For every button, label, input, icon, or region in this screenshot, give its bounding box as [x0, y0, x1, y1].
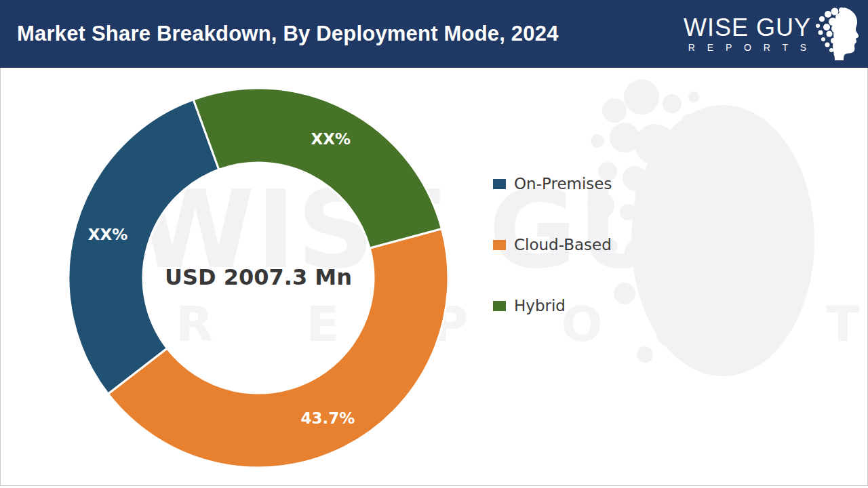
legend-swatch-on-premises — [493, 179, 506, 189]
slice-percentage-label: 43.7% — [301, 409, 355, 427]
legend-label-on-premises: On-Premises — [514, 175, 612, 192]
page-title: Market Share Breakdown, By Deployment Mo… — [0, 22, 559, 46]
header-bar: Market Share Breakdown, By Deployment Mo… — [0, 0, 868, 68]
legend-label-hybrid: Hybrid — [514, 297, 566, 314]
donut-slice-hybrid — [193, 88, 441, 248]
logo-wordmark-sub: R E P O R T S — [684, 42, 811, 53]
slice-percentage-label: XX% — [311, 130, 351, 148]
donut-slice-on-premises — [68, 100, 219, 394]
donut-chart: XX%43.7%XX%USD 2007.3 Mn — [1, 68, 868, 486]
legend-item-on-premises: On-Premises — [493, 175, 612, 192]
legend-item-hybrid: Hybrid — [493, 297, 612, 314]
logo-wordmark-main: WISE GUY — [684, 16, 811, 40]
logo-wordmark: WISE GUY R E P O R T S — [684, 16, 811, 53]
legend-label-cloud-based: Cloud-Based — [514, 236, 612, 253]
slice-percentage-label: XX% — [88, 226, 128, 243]
legend-item-cloud-based: Cloud-Based — [493, 236, 612, 253]
legend-swatch-cloud-based — [493, 240, 506, 250]
donut-center-value: USD 2007.3 Mn — [165, 264, 352, 290]
legend: On-Premises Cloud-Based Hybrid — [493, 175, 612, 358]
legend-swatch-hybrid — [493, 301, 506, 311]
brand-logo: WISE GUY R E P O R T S — [684, 0, 863, 68]
chart-area: WISE GUY R E P O R T S — [0, 68, 868, 486]
face-profile-dots-icon — [812, 5, 863, 62]
